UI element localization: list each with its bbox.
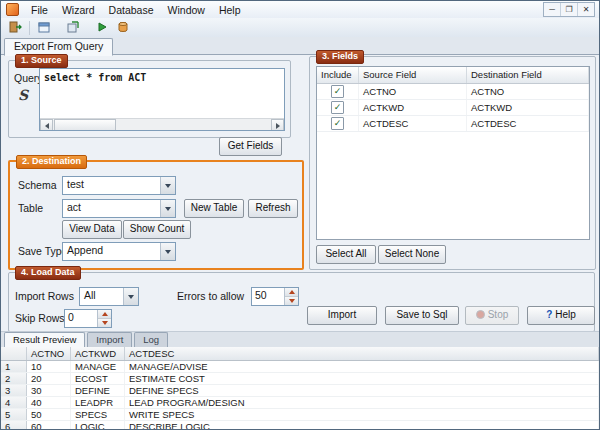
table-row[interactable]: ✓ ACTDESC ACTDESC xyxy=(317,116,589,132)
minimize-button[interactable]: ─ xyxy=(544,3,560,16)
actdesc-cell: MANAGE/ADVISE xyxy=(125,361,599,372)
select-none-button[interactable]: Select None xyxy=(378,245,446,264)
database-menu-button[interactable] xyxy=(113,18,141,37)
errors-to-allow-stepper[interactable]: 50 xyxy=(251,287,299,306)
new-table-button[interactable]: New Table xyxy=(184,199,244,218)
include-checkbox[interactable]: ✓ xyxy=(331,85,344,98)
save-type-select[interactable]: Append xyxy=(62,242,176,261)
destination-field-cell: ACTNO xyxy=(467,84,589,99)
spin-down-icon[interactable] xyxy=(285,296,298,305)
restore-button[interactable]: ❐ xyxy=(560,3,577,16)
source-field-cell: ACTKWD xyxy=(359,100,467,115)
table-row[interactable]: 4 40 LEADPR LEAD PROGRAM/DESIGN xyxy=(1,397,599,409)
actkwd-cell: ECOST xyxy=(71,373,125,384)
toolbar-separator xyxy=(29,21,30,35)
column-header-actdesc[interactable]: ACTDESC xyxy=(125,347,599,360)
menu-help[interactable]: Help xyxy=(212,3,248,17)
menu-wizard[interactable]: Wizard xyxy=(55,3,102,17)
import-button[interactable]: Import xyxy=(307,306,377,325)
chevron-down-icon[interactable] xyxy=(160,177,175,194)
fields-group-title: 3. Fields xyxy=(316,50,364,64)
scroll-left-icon[interactable] xyxy=(40,119,53,131)
tab-log[interactable]: Log xyxy=(134,332,168,348)
save-type-value: Append xyxy=(63,243,160,260)
actno-cell: 30 xyxy=(27,385,71,396)
column-header-actno[interactable]: ACTNO xyxy=(27,347,71,360)
table-row[interactable]: ✓ ACTNO ACTNO xyxy=(317,84,589,100)
column-header-source-field[interactable]: Source Field xyxy=(359,67,467,83)
run-button[interactable] xyxy=(92,18,112,37)
errors-to-allow-input[interactable]: 50 xyxy=(252,288,284,305)
include-checkbox[interactable]: ✓ xyxy=(331,101,344,114)
actdesc-cell: DESCRIBE LOGIC xyxy=(125,421,599,429)
exit-button[interactable] xyxy=(5,18,25,37)
import-rows-select[interactable]: All xyxy=(79,287,139,306)
menu-window[interactable]: Window xyxy=(161,3,212,17)
source-group-title: 1. Source xyxy=(15,54,68,68)
source-group: 1. Source Query S select * from ACT xyxy=(8,60,291,138)
actkwd-cell: SPECS xyxy=(71,409,125,420)
sql-icon: S xyxy=(18,87,28,103)
menu-file[interactable]: File xyxy=(24,3,55,17)
actdesc-cell: ESTIMATE COST xyxy=(125,373,599,384)
actkwd-cell: LEADPR xyxy=(71,397,125,408)
scroll-right-icon[interactable] xyxy=(271,119,284,131)
fields-group: 3. Fields Include Source Field Destinati… xyxy=(309,56,596,270)
query-input[interactable]: select * from ACT xyxy=(40,69,284,119)
destination-group-title: 2. Destination xyxy=(16,155,87,169)
column-header-actkwd[interactable]: ACTKWD xyxy=(71,347,125,360)
document-tabstrip: Export From Query xyxy=(1,37,599,55)
table-row[interactable]: 5 50 SPECS WRITE SPECS xyxy=(1,409,599,421)
stop-icon xyxy=(476,310,485,319)
stop-button[interactable]: Stop xyxy=(465,306,519,325)
actkwd-cell: DEFINE xyxy=(71,385,125,396)
destination-group: 2. Destination Schema test Table act New… xyxy=(8,160,304,270)
actkwd-cell: LOGIC xyxy=(71,421,125,429)
export-icon xyxy=(66,20,80,36)
chevron-down-icon[interactable] xyxy=(160,200,175,217)
skip-rows-stepper[interactable]: 0 xyxy=(64,309,112,328)
query-editor[interactable]: select * from ACT xyxy=(39,68,285,131)
spin-down-icon[interactable] xyxy=(98,318,111,327)
table-value: act xyxy=(63,200,160,217)
menu-database[interactable]: Database xyxy=(102,3,161,17)
schema-select[interactable]: test xyxy=(62,176,176,195)
spin-up-icon[interactable] xyxy=(98,310,111,318)
table-row[interactable]: ✓ ACTKWD ACTKWD xyxy=(317,100,589,116)
show-count-button[interactable]: Show Count xyxy=(123,220,191,239)
export-menu-button[interactable] xyxy=(63,18,91,37)
skip-rows-input[interactable]: 0 xyxy=(65,310,97,327)
chevron-down-icon[interactable] xyxy=(160,243,175,260)
toolbar xyxy=(1,18,599,38)
close-button[interactable]: ✕ xyxy=(577,3,594,16)
save-to-sql-button[interactable]: Save to Sql xyxy=(385,306,459,325)
view-data-button[interactable]: View Data xyxy=(62,220,122,239)
table-row[interactable]: 2 20 ECOST ESTIMATE COST xyxy=(1,373,599,385)
database-icon xyxy=(116,20,130,36)
table-label: Table xyxy=(18,202,43,214)
fields-table: Include Source Field Destination Field ✓… xyxy=(316,66,590,240)
table-select[interactable]: act xyxy=(62,199,176,218)
select-all-button[interactable]: Select All xyxy=(316,245,376,264)
row-number-header xyxy=(1,347,27,360)
spin-up-icon[interactable] xyxy=(285,288,298,296)
wizard-menu-button[interactable] xyxy=(34,18,62,37)
include-checkbox[interactable]: ✓ xyxy=(331,117,344,130)
refresh-button[interactable]: Refresh xyxy=(248,199,298,218)
column-header-include[interactable]: Include xyxy=(317,67,359,83)
tab-import[interactable]: Import xyxy=(87,332,132,348)
query-hscrollbar[interactable] xyxy=(40,118,284,130)
get-fields-button[interactable]: Get Fields xyxy=(219,137,282,156)
table-row[interactable]: 6 60 LOGIC DESCRIBE LOGIC xyxy=(1,421,599,429)
table-row[interactable]: 1 10 MANAGE MANAGE/ADVISE xyxy=(1,361,599,373)
column-header-destination-field[interactable]: Destination Field xyxy=(467,67,589,83)
help-button[interactable]: ?Help xyxy=(527,306,595,325)
chevron-down-icon[interactable] xyxy=(123,288,138,305)
actno-cell: 40 xyxy=(27,397,71,408)
import-rows-value: All xyxy=(80,288,123,305)
fields-table-header: Include Source Field Destination Field xyxy=(317,67,589,84)
scroll-thumb[interactable] xyxy=(54,119,116,131)
row-number-cell: 3 xyxy=(1,385,27,396)
result-preview-table: ACTNO ACTKWD ACTDESC 1 10 MANAGE MANAGE/… xyxy=(1,347,599,429)
table-row[interactable]: 3 30 DEFINE DEFINE SPECS xyxy=(1,385,599,397)
